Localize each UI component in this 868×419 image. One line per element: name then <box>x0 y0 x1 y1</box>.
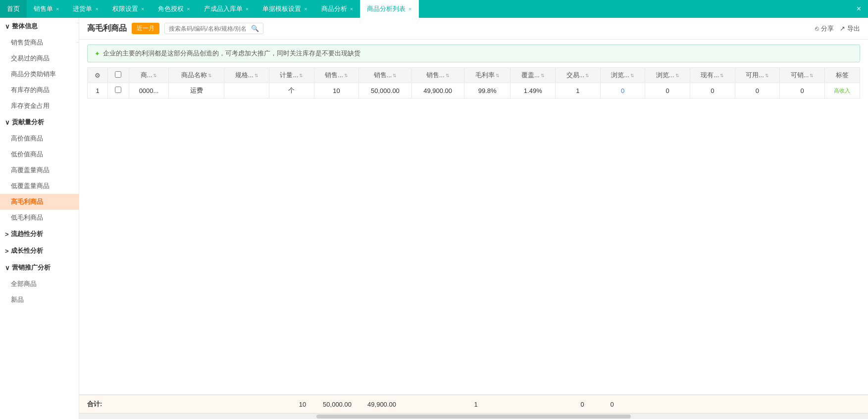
footer-cell-5 <box>265 401 290 408</box>
select-all-checkbox[interactable] <box>115 71 121 78</box>
cell-tag: 高收入 <box>824 83 860 98</box>
cell-unit: 个 <box>269 83 314 98</box>
footer-cell-2 <box>147 401 176 408</box>
nav-item-3[interactable]: 权限设置× <box>105 0 151 18</box>
nav-close-5[interactable]: × <box>246 6 249 12</box>
nav-close-4[interactable]: × <box>187 6 190 12</box>
info-icon: ✦ <box>95 50 100 57</box>
sidebar-group-4[interactable]: ∨营销推广分析 <box>0 259 79 276</box>
filter-button[interactable]: 近一月 <box>132 23 159 34</box>
footer-cell-14 <box>538 401 567 408</box>
content-header: 高毛利商品 近一月 🔍 ⎋ 分享 ↗ 导出 <box>79 18 868 40</box>
col-header-current_stock[interactable]: 现有...⇅ <box>690 68 735 83</box>
sidebar-item-0-3[interactable]: 有库存的商品 <box>0 82 79 98</box>
nav-close-2[interactable]: × <box>95 6 98 12</box>
col-header-coverage[interactable]: 覆盖...⇅ <box>511 68 556 83</box>
table-row: 10000...运费个1050,000.0049,900.0099.8%1.49… <box>88 83 860 98</box>
nav-item-6[interactable]: 单据模板设置× <box>255 0 314 18</box>
horizontal-scrollbar[interactable] <box>79 413 868 419</box>
settings-icon[interactable]: ⚙ <box>95 72 101 79</box>
group-arrow-3: > <box>5 247 9 255</box>
footer-cell-10 <box>434 401 463 408</box>
scroll-thumb[interactable] <box>316 415 631 419</box>
browse-link[interactable]: 0 <box>621 87 624 94</box>
col-header-code[interactable]: 商...⇅ <box>129 68 169 83</box>
share-button[interactable]: ⎋ 分享 <box>815 24 834 33</box>
sidebar-item-1-5[interactable]: 低毛利商品 <box>0 210 79 226</box>
footer-label: 合计: <box>87 400 117 409</box>
sort-icon-gross_rate: ⇅ <box>496 73 500 78</box>
sidebar-group-3[interactable]: >成长性分析 <box>0 242 79 259</box>
cell-current_stock: 0 <box>690 83 735 98</box>
col-header-browse1[interactable]: 浏览...⇅ <box>600 68 645 83</box>
footer-cell-1 <box>132 401 147 408</box>
sidebar-item-4-0[interactable]: 全部商品 <box>0 276 79 292</box>
sidebar-item-1-4[interactable]: 高毛利商品 <box>0 194 79 210</box>
cell-browse1[interactable]: 0 <box>600 83 645 98</box>
footer-cell-3 <box>176 401 236 408</box>
col-header-available[interactable]: 可用...⇅ <box>735 68 780 83</box>
sidebar-item-0-4[interactable]: 库存资金占用 <box>0 98 79 114</box>
sidebar-item-1-2[interactable]: 高覆盖量商品 <box>0 162 79 178</box>
main-layout: ∨整体信息销售货商品交易过的商品商品分类助销率有库存的商品库存资金占用∨贡献量分… <box>0 18 868 419</box>
nav-item-0[interactable]: 首页 <box>0 0 27 18</box>
search-icon[interactable]: 🔍 <box>251 25 259 32</box>
col-header-name[interactable]: 商品名称⇅ <box>169 68 224 83</box>
header-actions: ⎋ 分享 ↗ 导出 <box>815 24 860 33</box>
sort-icon-sales_qty: ⇅ <box>344 73 348 78</box>
nav-close-6[interactable]: × <box>304 6 307 12</box>
col-header-sales_amt[interactable]: 销售...⇅ <box>359 68 411 83</box>
search-input[interactable] <box>169 25 251 32</box>
footer-cell-16: 0 <box>597 401 627 408</box>
cell-spec <box>224 83 269 98</box>
col-header-trade[interactable]: 交易...⇅ <box>556 68 601 83</box>
cell-sales_cost: 49,900.00 <box>411 83 464 98</box>
group-label-0: 整体信息 <box>12 22 38 31</box>
nav-item-1[interactable]: 销售单× <box>27 0 66 18</box>
sort-icon-browse1: ⇅ <box>630 73 634 78</box>
sidebar-item-1-0[interactable]: 高价值商品 <box>0 131 79 146</box>
sidebar-item-1-1[interactable]: 低价值商品 <box>0 146 79 162</box>
footer-cell-17 <box>627 401 657 408</box>
cell-saleable: 0 <box>780 83 825 98</box>
nav-item-2[interactable]: 进货单× <box>66 0 105 18</box>
cell-sales_amt: 50,000.00 <box>359 83 411 98</box>
col-header-sales_cost[interactable]: 销售...⇅ <box>411 68 464 83</box>
col-header-saleable[interactable]: 可销...⇅ <box>780 68 825 83</box>
sort-icon-trade: ⇅ <box>585 73 589 78</box>
nav-item-7[interactable]: 商品分析× <box>314 0 360 18</box>
nav-close-7[interactable]: × <box>350 6 353 12</box>
footer-cell-0 <box>117 401 132 408</box>
nav-item-4[interactable]: 角色授权× <box>151 0 197 18</box>
col-header-gross_rate[interactable]: 毛利率⇅ <box>464 68 511 83</box>
nav-close-1[interactable]: × <box>56 6 59 12</box>
sidebar-group-1[interactable]: ∨贡献量分析 <box>0 114 79 131</box>
close-window-button[interactable]: × <box>850 4 868 13</box>
sidebar-item-4-1[interactable]: 新品 <box>0 292 79 308</box>
share-icon: ⎋ <box>815 25 819 32</box>
nav-close-8[interactable]: × <box>408 6 411 12</box>
footer-cell-11: 1 <box>463 401 488 408</box>
col-header-unit[interactable]: 计量...⇅ <box>269 68 314 83</box>
export-button[interactable]: ↗ 导出 <box>840 24 860 33</box>
col-header-spec[interactable]: 规格...⇅ <box>224 68 269 83</box>
sidebar-item-0-2[interactable]: 商品分类助销率 <box>0 66 79 82</box>
sidebar-group-0[interactable]: ∨整体信息 <box>0 18 79 35</box>
footer-cell-13 <box>513 401 538 408</box>
sidebar-item-1-3[interactable]: 低覆盖量商品 <box>0 178 79 194</box>
col-header-sales_qty[interactable]: 销售...⇅ <box>314 68 359 83</box>
sidebar-group-2[interactable]: >流趋性分析 <box>0 226 79 242</box>
sort-icon-sales_amt: ⇅ <box>393 73 397 78</box>
group-arrow-0: ∨ <box>5 23 10 30</box>
cell-code: 0000... <box>129 83 169 98</box>
row-checkbox[interactable] <box>115 87 121 93</box>
sidebar-item-0-1[interactable]: 交易过的商品 <box>0 50 79 66</box>
sort-icon-current_stock: ⇅ <box>720 73 724 78</box>
nav-close-3[interactable]: × <box>141 6 144 12</box>
nav-item-5[interactable]: 产成品入库单× <box>197 0 255 18</box>
nav-item-8[interactable]: 商品分析列表× <box>360 0 418 18</box>
table-container: ⚙商...⇅商品名称⇅规格...⇅计量...⇅销售...⇅销售...⇅销售...… <box>87 67 860 394</box>
sidebar-item-0-0[interactable]: 销售货商品 <box>0 35 79 50</box>
cell-checkbox[interactable] <box>108 83 129 98</box>
col-header-browse2[interactable]: 浏览...⇅ <box>645 68 690 83</box>
